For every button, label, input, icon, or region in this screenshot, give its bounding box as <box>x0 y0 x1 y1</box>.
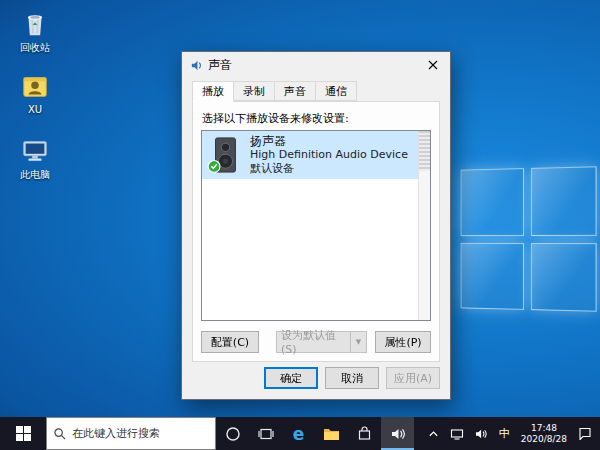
desktop-icon-label: XU <box>6 104 64 115</box>
dialog-titlebar[interactable]: 声音 <box>182 52 450 78</box>
sound-app-button[interactable] <box>381 417 414 450</box>
search-input[interactable]: 在此键入进行搜索 <box>46 417 216 450</box>
user-files-icon <box>6 70 64 102</box>
dialog-footer: 确定 取消 应用(A) <box>264 367 440 389</box>
dialog-speaker-icon <box>190 59 203 72</box>
start-icon <box>16 426 31 441</box>
tab-recording[interactable]: 录制 <box>233 81 275 101</box>
this-pc-icon <box>6 134 64 166</box>
cortana-button[interactable] <box>216 417 249 450</box>
tray-overflow-button[interactable] <box>427 417 440 450</box>
system-tray: 中 17:48 2020/8/28 <box>420 417 600 450</box>
device-action-buttons: 配置(C) 设为默认值(S) ▼ 属性(P) <box>201 331 431 353</box>
sound-dialog: 声音 播放 录制 声音 通信 选择以下播放设备来修改设置: <box>181 51 451 400</box>
file-explorer-icon <box>323 426 340 441</box>
start-button[interactable] <box>0 417 46 450</box>
tab-sounds[interactable]: 声音 <box>274 81 316 101</box>
store-icon <box>357 426 372 441</box>
network-tray-button[interactable] <box>449 417 465 450</box>
recycle-bin-icon <box>6 7 64 39</box>
cancel-button[interactable]: 取消 <box>325 367 379 389</box>
input-indicator[interactable]: 中 <box>498 417 511 450</box>
edge-button[interactable]: e <box>282 417 315 450</box>
device-description: High Definition Audio Device <box>250 148 408 162</box>
ok-button[interactable]: 确定 <box>264 367 318 389</box>
clock-time: 17:48 <box>521 423 567 434</box>
clock-date: 2020/8/28 <box>521 434 567 445</box>
desktop-icon-label: 回收站 <box>6 41 64 55</box>
search-placeholder: 在此键入进行搜索 <box>72 426 160 441</box>
logo-pane <box>461 242 524 309</box>
set-default-dropdown[interactable]: ▼ <box>350 331 367 353</box>
scrollbar-thumb[interactable] <box>419 131 430 171</box>
edge-icon: e <box>293 424 305 444</box>
close-icon <box>428 60 438 70</box>
speaker-device-icon <box>206 136 244 174</box>
search-icon <box>54 428 66 440</box>
sound-app-icon <box>390 426 406 442</box>
volume-icon <box>475 428 488 440</box>
task-view-button[interactable] <box>249 417 282 450</box>
tab-strip: 播放 录制 声音 通信 <box>192 81 356 101</box>
properties-button[interactable]: 属性(P) <box>375 331 431 353</box>
cortana-icon <box>225 426 241 442</box>
device-status: 默认设备 <box>250 162 408 176</box>
device-name: 扬声器 <box>250 134 408 148</box>
desktop-icon-this-pc[interactable]: 此电脑 <box>6 134 64 182</box>
chevron-up-icon <box>428 429 439 438</box>
action-center-icon <box>578 427 592 440</box>
clock[interactable]: 17:48 2020/8/28 <box>520 417 568 450</box>
file-explorer-button[interactable] <box>315 417 348 450</box>
desktop: 回收站 XU 此电脑 <box>0 0 600 417</box>
desktop-icon-recycle-bin[interactable]: 回收站 <box>6 7 64 55</box>
desktop-icon-label: 此电脑 <box>6 168 64 182</box>
windows-wallpaper-logo <box>461 166 597 311</box>
dialog-title: 声音 <box>208 57 232 74</box>
apply-button[interactable]: 应用(A) <box>386 367 440 389</box>
playback-device-list: 扬声器 High Definition Audio Device 默认设备 <box>201 130 431 321</box>
screen: 回收站 XU 此电脑 <box>0 0 600 450</box>
action-center-button[interactable] <box>577 417 593 450</box>
network-icon <box>450 428 464 440</box>
task-view-icon <box>258 426 274 442</box>
tab-communications[interactable]: 通信 <box>315 81 357 101</box>
configure-button[interactable]: 配置(C) <box>201 331 259 353</box>
device-text: 扬声器 High Definition Audio Device 默认设备 <box>250 134 408 176</box>
set-default-split-button: 设为默认值(S) ▼ <box>276 331 367 353</box>
device-row-speakers[interactable]: 扬声器 High Definition Audio Device 默认设备 <box>202 131 418 179</box>
store-button[interactable] <box>348 417 381 450</box>
taskbar: 在此键入进行搜索 e <box>0 417 600 450</box>
logo-pane <box>530 166 596 235</box>
tab-playback[interactable]: 播放 <box>192 81 234 102</box>
list-scrollbar[interactable] <box>418 131 430 320</box>
logo-pane <box>461 168 524 235</box>
instruction-label: 选择以下播放设备来修改设置: <box>202 111 349 126</box>
close-button[interactable] <box>416 53 450 78</box>
logo-pane <box>530 243 596 312</box>
desktop-icon-user-files[interactable]: XU <box>6 70 64 115</box>
volume-tray-button[interactable] <box>474 417 489 450</box>
set-default-button[interactable]: 设为默认值(S) <box>276 331 350 353</box>
playback-tab-page: 选择以下播放设备来修改设置: 扬声器 Hig <box>192 101 440 362</box>
